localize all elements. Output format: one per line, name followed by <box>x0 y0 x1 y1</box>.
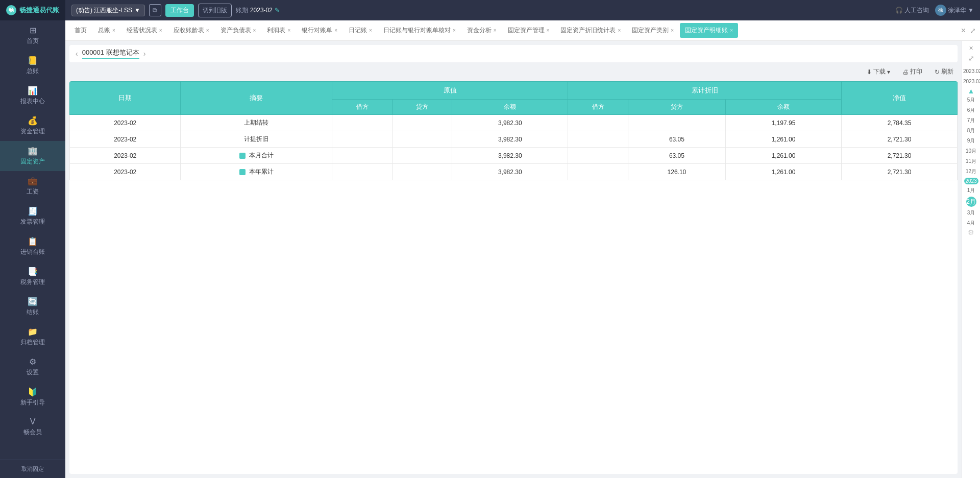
tab-close-icon[interactable]: × <box>287 28 290 33</box>
tab-profit[interactable]: 利润表 × <box>262 23 296 38</box>
edit-period-icon[interactable]: ✎ <box>275 7 280 14</box>
period-month-3[interactable]: 3月 <box>962 208 980 218</box>
sidebar-item-home[interactable]: ⊞ 首页 <box>0 20 65 51</box>
download-button[interactable]: ⬇ 下载 ▾ <box>863 65 894 78</box>
copy-icon[interactable]: ⧉ <box>149 4 161 16</box>
tab-fixed-type[interactable]: 固定资产类别 × <box>627 23 679 38</box>
table-row: 2023-02 本月合计 3,982.30 63.05 1,261.00 <box>70 148 958 164</box>
tab-close-icon[interactable]: × <box>730 28 733 33</box>
tab-close-icon[interactable]: × <box>453 28 456 33</box>
cell-orig-credit <box>392 164 452 180</box>
sidebar-item-archive[interactable]: 📁 归档管理 <box>0 322 65 352</box>
workspace-button[interactable]: 工作台 <box>165 4 194 17</box>
sidebar-item-label: 税务管理 <box>20 278 45 286</box>
cell-orig-balance: 3,982.30 <box>452 131 568 148</box>
sidebar-item-sales-ledger[interactable]: 📋 进销台账 <box>0 231 65 261</box>
tab-close-icon[interactable]: × <box>253 28 256 33</box>
period-month-4[interactable]: 4月 <box>962 218 980 228</box>
tab-close-icon[interactable]: × <box>618 28 621 33</box>
tab-ledger[interactable]: 总账 × <box>93 23 120 38</box>
tab-close-icon[interactable]: × <box>206 28 209 33</box>
user-menu[interactable]: 徐 徐泽华 ▼ <box>935 5 974 16</box>
tab-journal-bank[interactable]: 日记账与银行对账单核对 × <box>378 23 461 38</box>
period-month-6[interactable]: 6月 <box>962 105 980 115</box>
print-button[interactable]: 🖨 打印 <box>898 65 926 78</box>
period-month-12[interactable]: 12月 <box>962 166 980 177</box>
tab-balance[interactable]: 资产负债表 × <box>215 23 261 38</box>
tab-close-icon[interactable]: × <box>547 28 550 33</box>
period-entry-2023-02b[interactable]: 2023.02 <box>962 77 980 87</box>
sidebar-item-tax[interactable]: 📑 税务管理 <box>0 261 65 292</box>
panel-close-icon[interactable]: × <box>969 44 973 52</box>
sidebar-item-label: 固定资产 <box>20 157 45 166</box>
sidebar-item-member[interactable]: V 畅会员 <box>0 412 65 442</box>
tab-close-icon[interactable]: × <box>334 28 337 33</box>
period-month-5[interactable]: 5月 <box>962 95 980 105</box>
sidebar-item-salary[interactable]: 💼 工资 <box>0 171 65 201</box>
tab-close-icon[interactable]: × <box>112 28 115 33</box>
tab-close-icon[interactable]: × <box>494 28 497 33</box>
tab-close-icon[interactable]: × <box>369 28 372 33</box>
panel-settings-icon[interactable]: ⚙ <box>968 228 974 236</box>
tab-journal[interactable]: 日记账 × <box>344 23 377 38</box>
period-month-10[interactable]: 10月 <box>962 146 980 156</box>
tab-fixed-detail[interactable]: 固定资产明细账 × <box>680 23 738 38</box>
subnav-prev[interactable]: ‹ <box>76 50 78 58</box>
sidebar-item-reports[interactable]: 📊 报表中心 <box>0 81 65 111</box>
tab-bar-expand-icon[interactable]: ⤢ <box>970 27 976 35</box>
tab-bank-statement[interactable]: 银行对账单 × <box>297 23 342 38</box>
service-button[interactable]: 🎧 人工咨询 <box>895 6 929 15</box>
sidebar-item-label: 资金管理 <box>20 127 45 136</box>
scroll-up-icon[interactable]: ▲ <box>968 87 975 95</box>
page-main: ‹ 000001 联想笔记本 › ⬇ 下载 ▾ 🖨 打印 ↻ 刷新 <box>65 41 962 478</box>
panel-expand-icon[interactable]: ⤢ <box>968 54 974 62</box>
sidebar-item-invoice[interactable]: 🧾 发票管理 <box>0 201 65 231</box>
tab-close-icon[interactable]: × <box>159 28 162 33</box>
sidebar-item-guide[interactable]: 🔰 新手引导 <box>0 382 65 412</box>
cell-date: 2023-02 <box>70 164 181 180</box>
sidebar-item-settlement[interactable]: 🔄 结账 <box>0 292 65 322</box>
refresh-button[interactable]: ↻ 刷新 <box>930 65 958 78</box>
sidebar-item-capital[interactable]: 💰 资金管理 <box>0 111 65 141</box>
col-dep-debit: 借方 <box>568 100 628 115</box>
sidebar-pin-toggle[interactable]: 取消固定 <box>0 460 65 478</box>
period-month-7[interactable]: 7月 <box>962 115 980 126</box>
cell-net-value: 2,784.35 <box>842 115 958 131</box>
period-month-2-active[interactable]: 2月 <box>966 197 976 207</box>
cell-orig-credit <box>392 131 452 148</box>
sales-icon: 📋 <box>28 236 38 246</box>
col-accumulated-dep: 累计折旧 <box>568 82 842 100</box>
period-month-11[interactable]: 11月 <box>962 156 980 166</box>
tab-bar-close-icon[interactable]: × <box>961 26 966 35</box>
tab-capital-analysis[interactable]: 资金分析 × <box>462 23 502 38</box>
company-selector[interactable]: (劝告) 江西服坐-LSS ▼ <box>71 5 145 16</box>
period-month-8[interactable]: 8月 <box>962 126 980 136</box>
period-month-9[interactable]: 9月 <box>962 136 980 146</box>
service-label: 人工咨询 <box>904 6 929 15</box>
tab-receivables[interactable]: 应收账龄表 × <box>168 23 214 38</box>
cell-date: 2023-02 <box>70 131 181 148</box>
period-month-1[interactable]: 1月 <box>962 185 980 196</box>
logo-text: 畅捷通易代账 <box>19 6 59 15</box>
sidebar-item-ledger[interactable]: 📒 总账 <box>0 51 65 81</box>
tab-home[interactable]: 首页 <box>69 23 92 38</box>
switch-button[interactable]: 切到旧版 <box>198 4 232 17</box>
tax-icon: 📑 <box>28 267 38 276</box>
capital-icon: 💰 <box>28 116 38 126</box>
cell-dep-debit <box>568 115 628 131</box>
home-icon: ⊞ <box>30 26 36 35</box>
period-label: 账期 <box>236 6 248 15</box>
tab-fixed-mgmt[interactable]: 固定资产管理 × <box>503 23 555 38</box>
period-entry-2023-02a[interactable]: 2023.02 <box>962 66 980 77</box>
user-dropdown-icon: ▼ <box>968 7 974 14</box>
cell-dep-credit: 126.10 <box>628 164 725 180</box>
sidebar-item-settings[interactable]: ⚙ 设置 <box>0 352 65 382</box>
subnav-next[interactable]: › <box>143 50 146 58</box>
period-panel: × ⤢ 2023.02 2023.02 ▲ 5月 6月 7月 8月 9月 10月… <box>962 41 980 478</box>
col-date: 日期 <box>70 82 181 115</box>
tab-close-icon[interactable]: × <box>671 28 674 33</box>
tab-business[interactable]: 经营状况表 × <box>121 23 167 38</box>
cell-orig-balance: 3,982.30 <box>452 115 568 131</box>
tab-depreciation[interactable]: 固定资产折旧统计表 × <box>555 23 626 38</box>
sidebar-item-fixed-assets[interactable]: 🏢 固定资产 <box>0 141 65 171</box>
